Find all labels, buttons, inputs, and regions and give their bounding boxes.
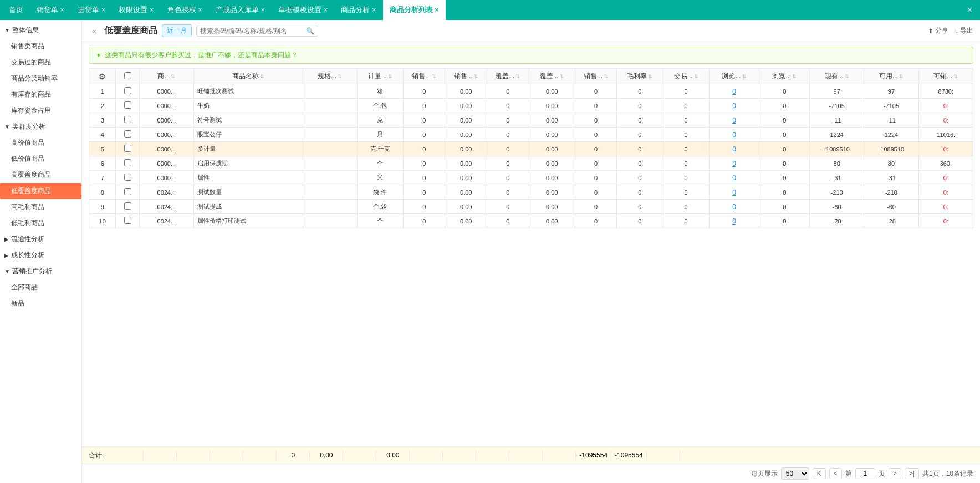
table-wrapper[interactable]: ⚙ 商...⇅ 商品名称⇅ 规格...⇅ 计量...⇅ 销售...⇅ 销售...… — [82, 68, 980, 446]
sidebar-item-low-value[interactable]: 低价值商品 — [0, 151, 81, 167]
sidebar-item-low-coverage[interactable]: 低覆盖度商品 — [0, 183, 81, 199]
sidebar-item-inventory-funds[interactable]: 库存资金占用 — [0, 103, 81, 119]
sidebar-item-high-coverage[interactable]: 高覆盖度商品 — [0, 167, 81, 183]
sidebar-section-marketing[interactable]: ▼ 营销推广分析 — [0, 263, 81, 279]
row-checkbox[interactable] — [124, 188, 131, 195]
nav-product-analysis[interactable]: 商品分析 × — [334, 0, 382, 20]
nav-home[interactable]: 首页 — [2, 0, 30, 20]
cell-browse1[interactable]: 0 — [709, 113, 759, 128]
cell-browse1[interactable]: 0 — [709, 142, 759, 156]
search-input[interactable] — [200, 27, 306, 35]
cell-check[interactable] — [116, 200, 139, 214]
row-checkbox[interactable] — [124, 116, 131, 123]
th-spec[interactable]: 规格...⇅ — [303, 69, 357, 84]
th-checkbox[interactable] — [116, 69, 139, 84]
sidebar-item-category-turnover[interactable]: 商品分类动销率 — [0, 70, 81, 87]
close-all-tabs[interactable]: × — [962, 0, 978, 20]
cell-check[interactable] — [116, 142, 139, 156]
row-checkbox[interactable] — [124, 87, 131, 94]
th-avail[interactable]: 可用...⇅ — [864, 69, 918, 84]
main-layout: ▼ 整体信息 销售类商品 交易过的商品 商品分类动销率 有库存的商品 库存资金占… — [0, 20, 980, 483]
cell-sale3: 0 — [575, 142, 617, 156]
prev-page-button[interactable]: < — [829, 468, 842, 479]
cell-check[interactable] — [116, 156, 139, 171]
sidebar-item-traded-goods[interactable]: 交易过的商品 — [0, 54, 81, 70]
sidebar-section-cluster[interactable]: ▼ 类群度分析 — [0, 119, 81, 135]
cell-sale2: 0.00 — [445, 171, 487, 185]
last-page-button[interactable]: >| — [905, 468, 919, 479]
nav-role[interactable]: 角色授权 × — [161, 0, 209, 20]
row-checkbox[interactable] — [124, 217, 131, 224]
cell-browse1[interactable]: 0 — [709, 214, 759, 228]
row-checkbox[interactable] — [124, 101, 131, 109]
cell-cov2: 0.00 — [529, 142, 575, 156]
row-checkbox[interactable] — [124, 202, 131, 210]
nav-product-analysis-list[interactable]: 商品分析列表 × — [383, 0, 446, 20]
cell-check[interactable] — [116, 99, 139, 113]
export-button[interactable]: ↓ 导出 — [955, 26, 973, 35]
sidebar-item-sales-goods[interactable]: 销售类商品 — [0, 38, 81, 54]
th-browse1[interactable]: 浏览...⇅ — [709, 69, 759, 84]
current-page-input[interactable] — [855, 468, 875, 479]
th-sale2[interactable]: 销售...⇅ — [445, 69, 487, 84]
sidebar-item-new-goods[interactable]: 新品 — [0, 296, 81, 312]
cell-browse1[interactable]: 0 — [709, 171, 759, 185]
cell-check[interactable] — [116, 214, 139, 228]
th-trade[interactable]: 交易...⇅ — [663, 69, 709, 84]
collapse-icon-cluster: ▼ — [4, 124, 10, 130]
sidebar-section-growth[interactable]: ▶ 成长性分析 — [0, 247, 81, 263]
th-sellable[interactable]: 可销...⇅ — [918, 69, 973, 84]
sidebar-item-stocked-goods[interactable]: 有库存的商品 — [0, 87, 81, 103]
th-name[interactable]: 商品名称⇅ — [193, 69, 303, 84]
select-all-checkbox[interactable] — [124, 72, 131, 79]
th-settings[interactable]: ⚙ — [89, 69, 116, 84]
cell-browse1[interactable]: 0 — [709, 99, 759, 113]
cell-cov1: 0 — [487, 156, 529, 171]
th-sku[interactable]: 商...⇅ — [139, 69, 193, 84]
share-button[interactable]: ⬆ 分享 — [928, 26, 948, 35]
sidebar-item-all-goods[interactable]: 全部商品 — [0, 279, 81, 296]
next-page-button[interactable]: > — [889, 468, 901, 479]
row-checkbox[interactable] — [124, 174, 131, 181]
cell-browse1[interactable]: 0 — [709, 128, 759, 142]
nav-template[interactable]: 单据模板设置 × — [272, 0, 334, 20]
nav-product-entry[interactable]: 产成品入库单 × — [209, 0, 272, 20]
sidebar-item-high-margin[interactable]: 高毛利商品 — [0, 199, 81, 215]
date-filter-button[interactable]: 近一月 — [162, 24, 192, 37]
nav-permission[interactable]: 权限设置 × — [112, 0, 160, 20]
th-margin[interactable]: 毛利率⇅ — [617, 69, 663, 84]
sidebar-section-liquidity[interactable]: ▶ 流通性分析 — [0, 231, 81, 247]
cell-browse1[interactable]: 0 — [709, 185, 759, 200]
nav-sales[interactable]: 销货单 × — [30, 0, 71, 20]
row-checkbox[interactable] — [124, 130, 131, 138]
cell-check[interactable] — [116, 113, 139, 128]
collapse-icon-marketing: ▼ — [4, 268, 10, 274]
th-sale1[interactable]: 销售...⇅ — [403, 69, 445, 84]
row-checkbox[interactable] — [124, 159, 131, 166]
nav-purchase[interactable]: 进货单 × — [71, 0, 112, 20]
cell-browse1[interactable]: 0 — [709, 156, 759, 171]
sidebar-section-overall[interactable]: ▼ 整体信息 — [0, 22, 81, 38]
sidebar-item-low-margin[interactable]: 低毛利商品 — [0, 215, 81, 231]
footer-cell-empty9 — [476, 450, 509, 460]
sidebar-item-high-value[interactable]: 高价值商品 — [0, 135, 81, 151]
cell-check[interactable] — [116, 171, 139, 185]
cell-name: 属性价格打印测试 — [193, 214, 303, 228]
first-page-button[interactable]: K — [813, 468, 826, 479]
collapse-sidebar-button[interactable]: « — [89, 26, 100, 37]
page-size-select[interactable]: 50 100 200 — [781, 467, 809, 480]
th-unit[interactable]: 计量...⇅ — [357, 69, 403, 84]
th-stock1[interactable]: 现有...⇅ — [810, 69, 864, 84]
th-browse2[interactable]: 浏览...⇅ — [759, 69, 810, 84]
th-sale3[interactable]: 销售...⇅ — [575, 69, 617, 84]
cell-browse1[interactable]: 0 — [709, 84, 759, 99]
cell-check[interactable] — [116, 84, 139, 99]
cell-check[interactable] — [116, 128, 139, 142]
row-checkbox[interactable] — [124, 145, 131, 152]
cell-check[interactable] — [116, 185, 139, 200]
search-icon[interactable]: 🔍 — [306, 27, 314, 35]
th-cov2[interactable]: 覆盖...⇅ — [529, 69, 575, 84]
th-cov1[interactable]: 覆盖...⇅ — [487, 69, 529, 84]
cell-margin: 0 — [617, 113, 663, 128]
cell-browse1[interactable]: 0 — [709, 200, 759, 214]
